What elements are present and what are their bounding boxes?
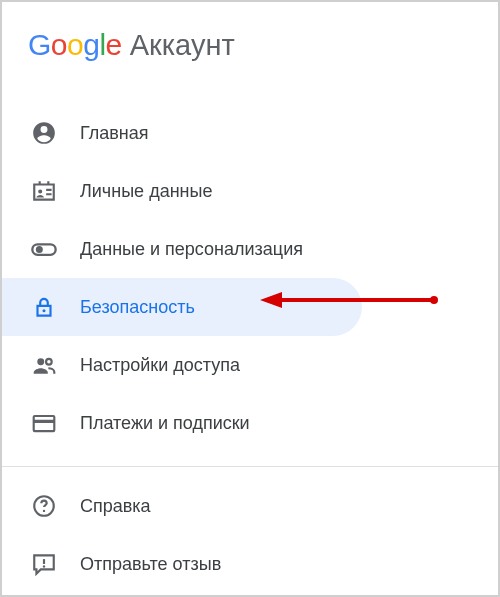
toggle-icon [30, 235, 58, 263]
people-icon [30, 351, 58, 379]
svg-point-4 [46, 359, 52, 365]
sidebar-item-label: Справка [80, 496, 151, 517]
credit-card-icon [30, 409, 58, 437]
sidebar-item-label: Отправьте отзыв [80, 554, 221, 575]
id-card-icon [30, 177, 58, 205]
svg-point-3 [37, 358, 44, 365]
sidebar-item-label: Главная [80, 123, 149, 144]
app-title: Аккаунт [130, 29, 235, 62]
sidebar-item-feedback[interactable]: Отправьте отзыв [2, 535, 362, 593]
sidebar-item-label: Личные данные [80, 181, 212, 202]
sidebar-nav: Главная Личные данные Данные и персонали… [2, 80, 498, 593]
svg-point-10 [43, 565, 45, 567]
sidebar-item-label: Платежи и подписки [80, 413, 250, 434]
sidebar-item-label: Настройки доступа [80, 355, 240, 376]
sidebar-item-personal-info[interactable]: Личные данные [2, 162, 362, 220]
sidebar-item-label: Безопасность [80, 297, 195, 318]
sidebar-item-home[interactable]: Главная [2, 104, 362, 162]
svg-point-1 [36, 246, 43, 253]
help-icon [30, 492, 58, 520]
svg-rect-5 [34, 416, 55, 431]
nav-divider [2, 466, 498, 467]
sidebar-item-payments[interactable]: Платежи и подписки [2, 394, 362, 452]
sidebar-item-label: Данные и персонализация [80, 239, 303, 260]
svg-rect-0 [32, 244, 55, 255]
account-circle-icon [30, 119, 58, 147]
svg-point-8 [43, 510, 45, 512]
sidebar-item-data-personalization[interactable]: Данные и персонализация [2, 220, 362, 278]
app-header: Google Аккаунт [2, 2, 498, 80]
app-frame: Google Аккаунт Главная Личные данные Дан… [0, 0, 500, 597]
sidebar-item-help[interactable]: Справка [2, 477, 362, 535]
feedback-icon [30, 550, 58, 578]
sidebar-item-security[interactable]: Безопасность [2, 278, 362, 336]
google-logo: Google [28, 28, 122, 62]
svg-rect-6 [34, 420, 55, 423]
sidebar-item-people-sharing[interactable]: Настройки доступа [2, 336, 362, 394]
lock-icon [30, 293, 58, 321]
svg-point-2 [42, 309, 45, 312]
